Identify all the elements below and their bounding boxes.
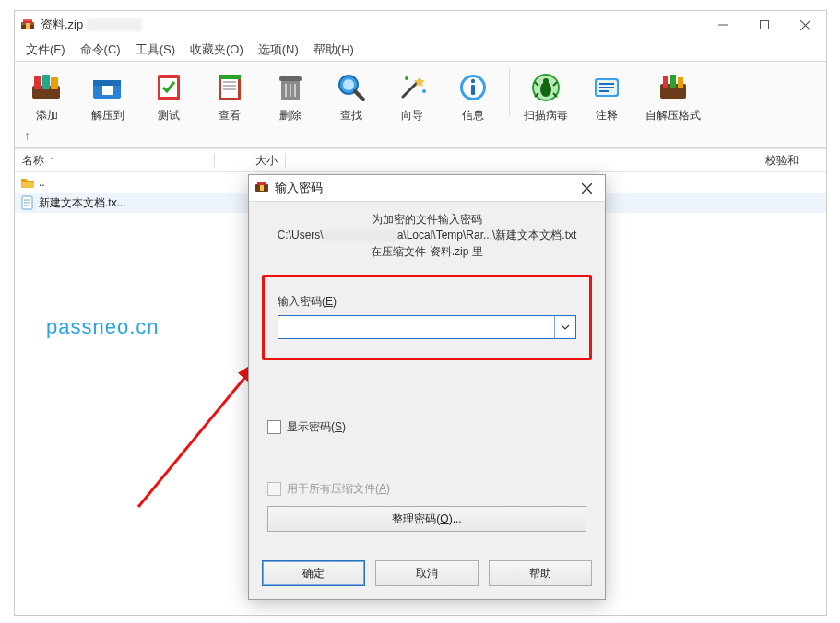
column-headers: 名称 ⌃ 大小 校验和 [15,148,826,172]
toolbar-test[interactable]: 测试 [138,65,199,125]
checkbox-icon [267,420,281,434]
blurred-path-segment [324,230,397,241]
sort-indicator-icon: ⌃ [48,156,55,166]
toolbar-info[interactable]: 信息 [443,65,503,125]
svg-rect-63 [260,185,264,191]
window-buttons [702,11,826,39]
up-arrow-icon[interactable]: ↑ [24,128,30,143]
svg-rect-20 [219,75,241,79]
menu-favorites[interactable]: 收藏夹(O) [183,40,251,60]
svg-point-42 [543,78,549,84]
minimize-button[interactable] [702,11,743,39]
app-icon [20,18,35,32]
bug-scan-icon [527,69,564,106]
toolbar-virus-scan[interactable]: 扫描病毒 [515,65,576,125]
svg-point-41 [540,82,551,97]
menu-help[interactable]: 帮助(H) [306,40,361,60]
column-size[interactable]: 大小 [215,149,285,171]
cancel-button[interactable]: 取消 [375,560,479,586]
svg-point-34 [405,76,408,80]
toolbar-view[interactable]: 查看 [199,65,260,125]
svg-point-30 [343,79,354,90]
menu-tools[interactable]: 工具(S) [128,40,183,60]
toolbar-separator [509,67,510,117]
password-combobox[interactable] [278,315,576,339]
title-blurred-segment [87,18,142,31]
toolbar-delete[interactable]: 删除 [260,65,321,125]
note-lines-icon [588,69,625,106]
archive-icon [254,180,269,197]
close-button[interactable] [785,11,826,39]
svg-rect-10 [34,76,41,89]
password-dropdown-button[interactable] [554,316,575,338]
dialog-buttons: 确定 取消 帮助 [249,560,605,586]
svg-rect-54 [670,75,676,88]
svg-rect-25 [279,76,302,81]
toolbar-comment[interactable]: 注释 [576,65,637,125]
dialog-file-path: C:\Users\a\Local\Temp\Rar...\新建文本文档.txt [262,228,592,243]
dialog-titlebar: 输入密码 [249,175,605,202]
file-name: 新建文本文档.tx... [39,195,210,211]
help-button[interactable]: 帮助 [489,560,592,586]
menubar: 文件(F) 命令(C) 工具(S) 收藏夹(O) 选项(N) 帮助(H) [15,39,826,61]
folder-out-icon [89,69,126,106]
sfx-archive-icon [655,69,692,106]
trash-icon [272,69,309,106]
svg-point-38 [471,79,475,83]
notebook-icon [211,69,248,106]
svg-line-31 [355,91,363,100]
svg-rect-62 [257,182,266,185]
ok-button[interactable]: 确定 [262,560,365,586]
svg-rect-53 [663,76,668,88]
dialog-message-line1: 为加密的文件输入密码 [262,211,592,228]
svg-rect-39 [471,85,475,95]
password-input[interactable] [278,316,554,338]
svg-rect-15 [102,86,113,95]
toolbar-find[interactable]: 查找 [321,65,382,125]
text-file-icon [20,195,35,210]
svg-rect-19 [221,77,238,98]
svg-rect-3 [23,19,32,21]
manage-passwords-button[interactable]: 整理密码(O)... [267,506,586,532]
show-password-label: 显示密码(S) [287,419,346,435]
toolbar-extract-to[interactable]: 解压到 [77,65,138,125]
menu-commands[interactable]: 命令(C) [73,40,128,60]
annotation-highlight-box: 输入密码(E) [262,275,592,360]
show-password-checkbox[interactable]: 显示密码(S) [267,419,592,435]
file-name: .. [39,176,210,189]
toolbar-sfx[interactable]: 自解压格式 [637,65,709,125]
clipboard-check-icon [150,69,187,106]
svg-point-35 [422,89,426,93]
password-dialog: 输入密码 为加密的文件输入密码 C:\Users\a\Local\Temp\Ra… [248,174,606,600]
menu-options[interactable]: 选项(N) [251,40,306,60]
svg-rect-14 [93,80,121,86]
svg-rect-4 [26,23,30,29]
svg-rect-11 [42,75,50,89]
toolbar-add[interactable]: 添加 [17,65,77,125]
all-archives-label: 用于所有压缩文件(A) [287,481,390,497]
maximize-button[interactable] [743,11,785,39]
password-field-label: 输入密码(E) [278,294,576,310]
navigation-bar[interactable]: ↑ [17,125,824,146]
window-title: 资料.zip [41,17,83,33]
dialog-title: 输入密码 [275,180,323,196]
info-icon [455,69,491,106]
watermark-text: passneo.cn [46,315,160,339]
titlebar: 资料.zip [15,11,826,39]
toolbar: 添加 解压到 [15,61,826,148]
svg-rect-55 [678,77,683,88]
svg-rect-6 [760,21,768,29]
dialog-message-line3: 在压缩文件 资料.zip 里 [262,243,592,260]
toolbar-wizard[interactable]: 向导 [382,65,443,125]
checkbox-icon [267,482,281,496]
books-stack-icon [29,69,65,106]
magic-wand-icon [394,69,431,106]
all-archives-checkbox: 用于所有压缩文件(A) [267,481,592,497]
column-name[interactable]: 名称 ⌃ [15,149,214,171]
folder-icon [20,175,35,190]
svg-rect-12 [51,77,58,89]
magnifier-icon [333,69,370,106]
menu-file[interactable]: 文件(F) [18,40,73,60]
dialog-close-button[interactable] [568,175,605,201]
column-checksum[interactable]: 校验和 [758,149,806,171]
